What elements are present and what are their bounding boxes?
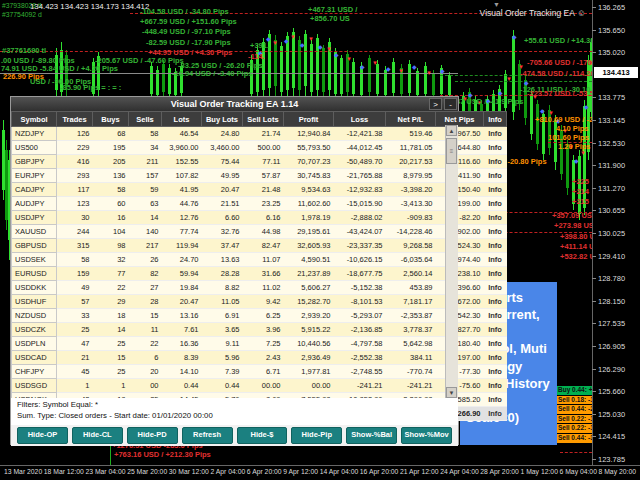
value-cell: 77.74 [162, 225, 202, 239]
column-header[interactable]: Buy Lots [202, 112, 243, 127]
column-header[interactable]: Symbol [12, 112, 57, 127]
value-cell: 4524.30 [436, 239, 484, 253]
price-tick: 125.660 [598, 387, 625, 396]
panel-button-show-bal[interactable]: Show-%Bal [346, 427, 397, 444]
value-cell: 9,268.58 [386, 239, 436, 253]
value-cell: 6.25 [243, 309, 284, 323]
candle [322, 48, 325, 92]
time-axis[interactable]: 13 Mar 202018 Mar 12:0023 Mar 04:0025 Ma… [0, 465, 640, 480]
column-header[interactable]: Net P/L [386, 112, 436, 127]
value-cell: -23,337.35 [334, 239, 386, 253]
column-header[interactable]: Lots [162, 112, 202, 127]
column-header[interactable]: Trades [57, 112, 93, 127]
column-header[interactable]: Profit [284, 112, 334, 127]
panel-title[interactable]: Visual Order Tracking EA 1.14 [11, 97, 458, 112]
value-cell: -44,012.45 [334, 141, 386, 155]
info-link[interactable]: Info [484, 295, 507, 309]
value-cell: -2,552.38 [334, 351, 386, 365]
value-cell: 3.65 [202, 323, 243, 337]
column-header[interactable]: Loss [334, 112, 386, 127]
info-link[interactable]: Info [484, 211, 507, 225]
info-link[interactable]: Info [484, 281, 507, 295]
time-tick: 24 Apr 04:00 [440, 468, 479, 478]
panel-button-refresh[interactable]: Refresh [182, 427, 233, 444]
panel-button-hide-pip[interactable]: Hide-Pip [291, 427, 342, 444]
time-tick: 25 Mar 20:00 [127, 468, 167, 478]
value-cell: 60 [93, 197, 129, 211]
panel-button-hide-op[interactable]: Hide-OP [17, 427, 68, 444]
info-link[interactable]: Info [484, 197, 507, 211]
scroll-up-icon[interactable]: ▲ [446, 125, 457, 136]
info-link[interactable]: Info [484, 183, 507, 197]
info-link[interactable]: Info [484, 379, 507, 393]
trade-arrow-icon: ◆ [498, 90, 503, 96]
table-row: US500229195343,960.003,460.00500.0055,79… [12, 141, 507, 155]
info-link[interactable]: Info [484, 365, 507, 379]
trade-arrow-icon: ▼ [326, 46, 332, 52]
value-cell: 7.25 [243, 337, 284, 351]
info-link[interactable]: Info [484, 267, 507, 281]
value-cell: 22 [93, 281, 129, 295]
price-tick: 135.650 [598, 26, 625, 35]
value-cell: 00 [129, 379, 162, 393]
value-cell: 32,605.93 [284, 239, 334, 253]
time-tick: 23 Mar 04:00 [85, 468, 125, 478]
info-link[interactable]: Info [484, 169, 507, 183]
panel-expand-button[interactable]: > [429, 98, 442, 110]
info-link[interactable]: Info [484, 225, 507, 239]
price-scale[interactable]: 136.265135.650135.020133.775133.145132.5… [592, 0, 640, 465]
info-link[interactable]: Info [484, 253, 507, 267]
panel-button-hide-cl[interactable]: Hide-CL [72, 427, 123, 444]
table-row: GBPJPY416205211152.5575.4477.1170,707.23… [12, 155, 507, 169]
value-cell: 29,195.61 [284, 225, 334, 239]
column-header[interactable]: Net Pips [436, 112, 484, 127]
time-tick: 14 Apr 04:00 [320, 468, 359, 478]
value-cell: 70,707.23 [284, 155, 334, 169]
panel-button-show-mov[interactable]: Show-%Mov [401, 427, 452, 444]
trade-annotation: -85.90 Pips = : = : [60, 84, 121, 92]
value-cell: 229 [57, 141, 93, 155]
column-header[interactable]: Sells [129, 112, 162, 127]
trade-annotation: -16.94 USD / -3.40 Pips [172, 70, 252, 78]
candle [360, 66, 363, 95]
trade-arrow-icon: ◆ [360, 64, 365, 70]
trade-arrow-icon: ▼ [308, 36, 314, 42]
value-cell: -14,228.46 [386, 225, 436, 239]
time-tick: 16 Apr 20:00 [360, 468, 399, 478]
info-link[interactable]: Info [484, 239, 507, 253]
column-header[interactable]: Buys [93, 112, 129, 127]
info-link[interactable]: Info [484, 155, 507, 169]
info-link[interactable]: Info [484, 393, 507, 407]
value-cell: 967.50 [436, 127, 484, 141]
value-cell: 9.11 [202, 337, 243, 351]
value-cell: 32.76 [202, 225, 243, 239]
value-cell: 104 [93, 225, 129, 239]
scroll-thumb[interactable]: ≡ [446, 138, 457, 164]
info-link[interactable]: Info [484, 337, 507, 351]
value-cell: 416 [57, 155, 93, 169]
symbol-cell: USDCAD [12, 351, 57, 365]
trade-arrow-icon: ◆ [318, 44, 323, 50]
panel-button-hide-[interactable]: Hide-$ [237, 427, 288, 444]
trade-annotation: -82.59 USD / -17.90 Pips [146, 39, 231, 47]
panel-button-hide-pd[interactable]: Hide-PD [127, 427, 178, 444]
column-header[interactable]: Sell Lots [243, 112, 284, 127]
table-scrollbar[interactable]: ▲ ≡ ▼ [445, 125, 458, 398]
scroll-down-icon[interactable]: ▼ [446, 387, 457, 398]
value-cell: 31.66 [243, 267, 284, 281]
trade-arrow-icon: ▼ [506, 76, 512, 82]
info-link[interactable]: Info [484, 323, 507, 337]
time-tick: 28 Apr 20:00 [480, 468, 519, 478]
value-cell: 55,793.50 [284, 141, 334, 155]
panel-minimize-button[interactable]: - [444, 98, 457, 110]
info-link[interactable]: Info [484, 309, 507, 323]
column-header[interactable]: Info [484, 112, 507, 127]
info-link[interactable]: Info [484, 407, 507, 421]
value-cell: 211 [129, 155, 162, 169]
candle [530, 94, 533, 134]
table-row: NZDJPY126685846.5424.8021.7412,940.84-12… [12, 127, 507, 141]
info-link[interactable]: Info [484, 351, 507, 365]
info-link[interactable]: Info [484, 127, 507, 141]
price-tick: 123.785 [598, 455, 625, 464]
info-link[interactable]: Info [484, 141, 507, 155]
